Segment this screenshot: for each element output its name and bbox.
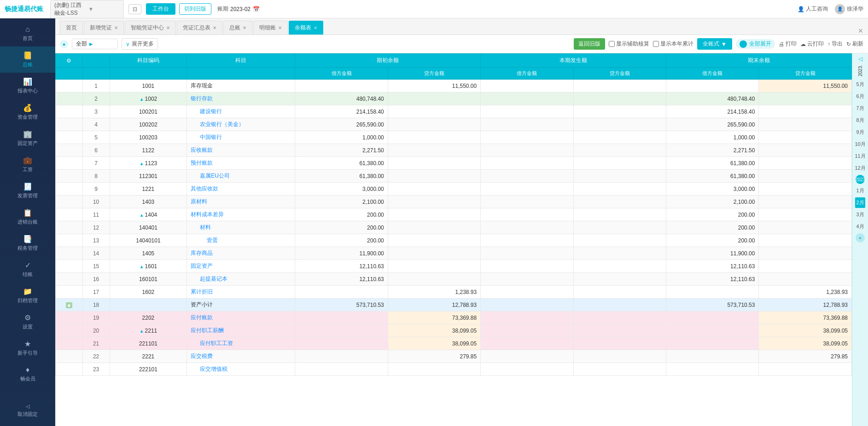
right-panel-expand[interactable]: ◁ [858, 56, 862, 62]
tab-detail-ledger[interactable]: 明细账 ✕ [253, 21, 288, 35]
row-name[interactable]: 库存商品 [187, 247, 295, 260]
sidebar-item-member[interactable]: ♦ 畅会员 [0, 361, 55, 387]
sidebar-item-close[interactable]: ✓ 结账 [0, 256, 55, 282]
month-8[interactable]: 8月 [855, 115, 865, 126]
expand-button[interactable]: ∨ 展开更多 [122, 38, 158, 50]
closing-credit [759, 273, 852, 286]
row-name[interactable]: 中国银行 [187, 131, 295, 144]
row-name[interactable]: 建设银行 [187, 105, 295, 118]
row-name[interactable]: 应交税费 [187, 350, 295, 363]
month-5[interactable]: 5月 [855, 79, 865, 90]
row-name[interactable]: 农业银行（美金） [187, 118, 295, 131]
sidebar-item-guide[interactable]: ★ 新手引导 [0, 335, 55, 361]
month-2[interactable]: 2月 [855, 197, 865, 208]
tab-general-ledger-close[interactable]: ✕ [243, 25, 246, 30]
month-7[interactable]: 7月 [855, 103, 865, 114]
row-name[interactable]: 起提基记本 [187, 273, 295, 286]
month-6[interactable]: 6月 [855, 91, 865, 102]
sidebar-item-archive[interactable]: 📁 归档管理 [0, 282, 55, 309]
row-name[interactable]: 固定资产 [187, 260, 295, 273]
user-button[interactable]: 👤 徐泽华 [835, 4, 863, 14]
month-4[interactable]: 4月 [855, 221, 865, 232]
row-name[interactable]: 应付职工工资 [187, 337, 295, 350]
row-name[interactable]: 材料成本差异 [187, 208, 295, 221]
close-all-tabs[interactable]: ✕ [858, 27, 863, 35]
tab-voucher-summary-close[interactable]: ✕ [213, 25, 216, 30]
tab-voucher-summary[interactable]: 凭证汇总表 ✕ [177, 21, 222, 35]
tab-balance[interactable]: 余额表 ✕ [289, 21, 323, 35]
export-button[interactable]: ↑ 导出 [827, 40, 843, 48]
sidebar-item-sales[interactable]: 📋 进销台账 [0, 204, 55, 230]
copy-button[interactable]: ⊡ [128, 4, 141, 14]
row-name[interactable]: 累计折旧 [187, 286, 295, 299]
sidebar-unpin-button[interactable]: ◁ 取消固定 [0, 400, 55, 421]
row-name[interactable]: 原材料 [187, 196, 295, 208]
closing-debit: 200.00 [666, 221, 759, 234]
month-12[interactable]: 12月 [854, 163, 866, 173]
service-button[interactable]: 👤 人工咨询 [798, 5, 828, 13]
sidebar-item-home[interactable]: ⌂ 首页 [0, 21, 55, 46]
print-button[interactable]: 🖨 打印 [779, 40, 797, 48]
month-3[interactable]: 3月 [855, 209, 865, 220]
sidebar-item-assets[interactable]: 🏢 固定资产 [0, 125, 55, 151]
tab-balance-close[interactable]: ✕ [314, 25, 317, 30]
filter-circle[interactable]: ● [60, 40, 68, 48]
refresh-button[interactable]: ↻ 刷新 [846, 40, 863, 48]
row-name[interactable]: 应付账款 [187, 311, 295, 324]
row-name[interactable]: 嘉属EU公司 [187, 170, 295, 183]
row-name[interactable]: 应交增值税 [187, 363, 295, 376]
top-right-actions: 👤 人工咨询 👤 徐泽华 [798, 4, 863, 14]
sidebar-item-invoice[interactable]: 🧾 发票管理 [0, 178, 55, 204]
row-name[interactable]: 其他应收款 [187, 183, 295, 196]
checkbox-assist[interactable] [609, 41, 615, 47]
closing-debit: 214,158.40 [666, 105, 759, 118]
sidebar-item-funds[interactable]: 💰 资金管理 [0, 99, 55, 125]
closing-credit [759, 221, 852, 234]
sidebar-item-reports[interactable]: 📊 报表中心 [0, 73, 55, 99]
switch-version-button[interactable]: 切到旧版 [179, 3, 211, 15]
calendar-icon[interactable]: 📅 [253, 6, 260, 12]
month-10[interactable]: 10月 [854, 139, 866, 150]
sidebar-item-payroll[interactable]: 💼 工资 [0, 151, 55, 178]
sidebar-item-settings[interactable]: ⚙ 设置 [0, 309, 55, 335]
month-11[interactable]: 11月 [854, 151, 866, 161]
row-settings: ■ [56, 299, 83, 311]
full-mode-button[interactable]: 全账式 ▼ [697, 38, 732, 50]
row-name[interactable]: 壹蛋 [187, 234, 295, 247]
tab-smart-voucher-close[interactable]: ✕ [166, 25, 170, 30]
sidebar-item-tax[interactable]: 📑 税务管理 [0, 230, 55, 256]
return-old-version-button[interactable]: 返回旧版 [574, 38, 605, 50]
tab-new-voucher-close[interactable]: ✕ [114, 25, 118, 30]
row-settings [56, 105, 83, 118]
tab-new-voucher[interactable]: 新增凭证 ✕ [84, 21, 124, 35]
checkbox-ytd-label[interactable]: 显示本年累计 [653, 40, 693, 48]
workbench-button[interactable]: 工作台 [146, 3, 175, 15]
tab-detail-ledger-close[interactable]: ✕ [278, 25, 282, 30]
row-name[interactable]: 预付账款 [187, 157, 295, 170]
month-9[interactable]: 9月 [855, 127, 865, 138]
filter-selector[interactable]: 全部 ▶ [72, 39, 118, 49]
tab-smart-voucher[interactable]: 智能凭证中心 ✕ [125, 21, 176, 35]
expand-label: 展开更多 [132, 40, 154, 48]
main-table-area: ⚙ 科目编码 科目 期初余额 本期发生额 期末余额 [55, 53, 852, 426]
row-name[interactable]: 应收账款 [187, 144, 295, 157]
company-selector[interactable]: (勿删) 江西融金-LSS ▼ [50, 0, 124, 18]
plus-circle[interactable]: + [856, 233, 865, 242]
tab-general-ledger[interactable]: 总账 ✕ [223, 21, 252, 35]
month-1[interactable]: 1月 [855, 185, 865, 196]
row-name[interactable]: 应付职工薪酬 [187, 324, 295, 337]
cloud-print-button[interactable]: ☁ 云打印 [800, 40, 824, 48]
row-name[interactable]: 材料 [187, 221, 295, 234]
checkbox-ytd[interactable] [653, 41, 659, 47]
row-name[interactable]: 银行存款 [187, 92, 295, 105]
checkbox-assist-label[interactable]: 显示辅助核算 [609, 40, 649, 48]
sidebar-item-ledger[interactable]: 📒 总账 [0, 46, 55, 73]
top-bar: 畅捷通易代账 (勿删) 江西融金-LSS ▼ ⊡ 工作台 切到旧版 账期 202… [0, 0, 868, 18]
sidebar-label-archive: 归档管理 [17, 297, 38, 304]
row-number: 17 [82, 286, 110, 299]
tab-home[interactable]: 首页 [60, 21, 83, 35]
expand-all-toggle[interactable]: 全部展开 [736, 39, 775, 49]
checkbox-assist-text: 显示辅助核算 [616, 40, 649, 48]
year-2023-circle[interactable]: 2023 [856, 175, 865, 184]
expand-icon: ∨ [126, 41, 130, 47]
